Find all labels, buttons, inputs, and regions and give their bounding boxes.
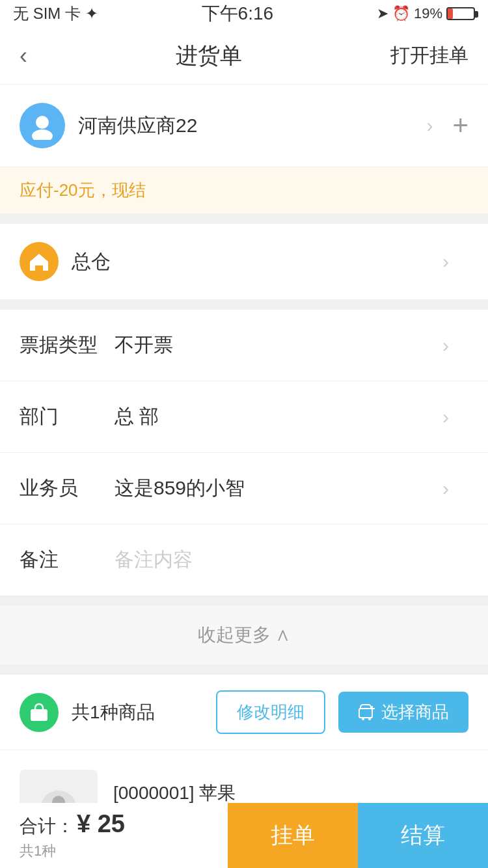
invoice-chevron-icon: › xyxy=(442,334,449,357)
remark-input[interactable]: 备注内容 xyxy=(104,547,468,573)
salesperson-value: 这是859的小智 xyxy=(104,475,442,502)
battery-icon xyxy=(446,7,475,20)
form-section: 票据类型 不开票 › 部门 总 部 › 业务员 这是859的小智 › 备注 备注… xyxy=(0,310,488,595)
total-label: 合计： xyxy=(20,814,74,839)
location-icon: ➤ xyxy=(377,5,388,22)
edit-detail-button[interactable]: 修改明细 xyxy=(216,690,325,734)
supplier-avatar xyxy=(20,103,65,148)
battery-label: 19% xyxy=(414,5,442,22)
status-left: 无 SIM 卡 ✦ xyxy=(13,3,98,24)
svg-rect-2 xyxy=(31,709,47,721)
salesperson-chevron-icon: › xyxy=(442,478,449,500)
status-right: ➤ ⏰ 19% xyxy=(377,5,475,22)
department-chevron-icon: › xyxy=(442,406,449,428)
form-row-department[interactable]: 部门 总 部 › xyxy=(0,381,488,453)
collapse-label: 收起更多 ∧ xyxy=(198,623,291,647)
settle-button[interactable]: 结算 xyxy=(358,803,488,868)
invoice-label: 票据类型 xyxy=(20,332,104,359)
product-count-label: 共1种商品 xyxy=(72,700,203,725)
invoice-value: 不开票 xyxy=(104,332,442,359)
supplier-row[interactable]: 河南供应商22 › + xyxy=(0,85,488,167)
collapse-row[interactable]: 收起更多 ∧ xyxy=(0,606,488,664)
notice-text: 应付-20元，现结 xyxy=(20,180,146,200)
svg-point-5 xyxy=(368,718,371,720)
nav-bar: ‹ 进货单 打开挂单 xyxy=(0,27,488,85)
warehouse-row[interactable]: 总仓 › xyxy=(0,224,488,299)
alarm-icon: ⏰ xyxy=(392,5,410,22)
settle-label: 结算 xyxy=(401,821,445,850)
sim-label: 无 SIM 卡 ✦ xyxy=(13,3,98,24)
warehouse-icon xyxy=(20,242,59,281)
page-title: 进货单 xyxy=(176,41,242,71)
warehouse-chevron-icon: › xyxy=(442,251,449,273)
product-count-icon xyxy=(20,693,59,732)
form-row-remark[interactable]: 备注 备注内容 xyxy=(0,524,488,595)
svg-rect-3 xyxy=(359,709,372,718)
warehouse-name: 总仓 xyxy=(72,249,442,275)
remark-label: 备注 xyxy=(20,547,104,573)
notice-banner: 应付-20元，现结 xyxy=(0,167,488,213)
warehouse-section: 总仓 › xyxy=(0,224,488,299)
svg-point-4 xyxy=(362,718,364,720)
svg-point-0 xyxy=(36,116,49,129)
total-amount: ¥ 25 xyxy=(77,810,125,838)
back-button[interactable]: ‹ xyxy=(20,42,27,70)
select-product-button[interactable]: 选择商品 xyxy=(338,692,468,733)
supplier-section: 河南供应商22 › + 应付-20元，现结 xyxy=(0,85,488,213)
total-sub-label: 共1种 xyxy=(20,841,208,861)
department-value: 总 部 xyxy=(104,403,442,430)
svg-point-1 xyxy=(32,129,53,140)
home-icon xyxy=(27,250,51,273)
select-product-label: 选择商品 xyxy=(381,701,449,724)
hang-label: 挂单 xyxy=(271,821,315,850)
shopping-bag-icon xyxy=(28,701,50,724)
supplier-name: 河南供应商22 xyxy=(78,113,426,139)
status-bar: 无 SIM 卡 ✦ 下午6:16 ➤ ⏰ 19% xyxy=(0,0,488,27)
department-label: 部门 xyxy=(20,403,104,430)
salesperson-label: 业务员 xyxy=(20,475,104,502)
bottom-bar: 合计： ¥ 25 共1种 挂单 结算 xyxy=(0,803,488,868)
user-icon xyxy=(28,111,57,140)
cart-icon xyxy=(358,703,376,722)
open-pending-button[interactable]: 打开挂单 xyxy=(390,42,468,69)
product-name: [0000001] 苹果 xyxy=(113,781,422,806)
form-row-salesperson[interactable]: 业务员 这是859的小智 › xyxy=(0,453,488,524)
product-header: 共1种商品 修改明细 选择商品 xyxy=(0,675,488,750)
hang-button[interactable]: 挂单 xyxy=(228,803,358,868)
total-section: 合计： ¥ 25 共1种 xyxy=(0,810,228,861)
status-time: 下午6:16 xyxy=(202,1,274,26)
add-button[interactable]: + xyxy=(452,112,468,139)
form-row-invoice[interactable]: 票据类型 不开票 › xyxy=(0,310,488,381)
supplier-chevron-icon: › xyxy=(426,115,433,137)
